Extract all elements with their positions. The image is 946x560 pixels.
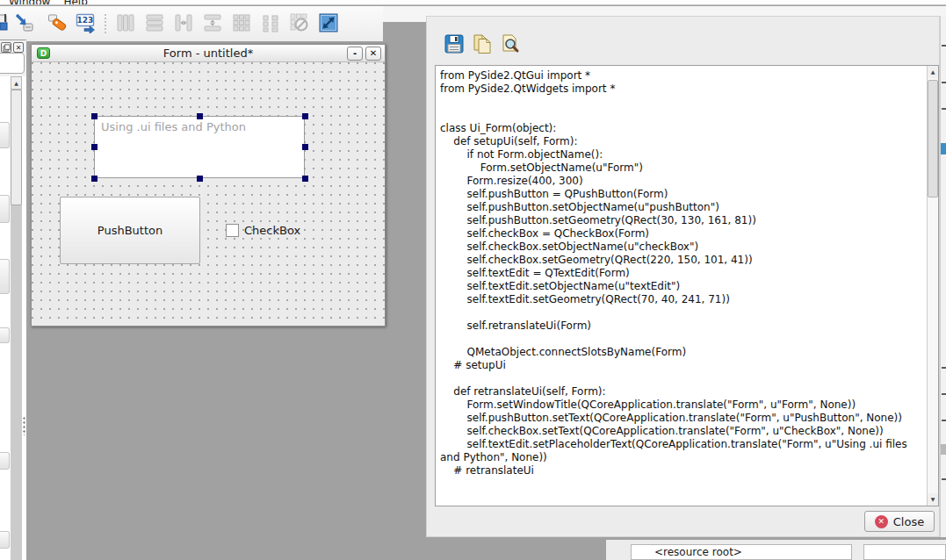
selection-handle-mid-right[interactable] <box>302 144 308 150</box>
form-minimize-button[interactable]: - <box>347 47 363 61</box>
tree-item-fragment[interactable] <box>941 444 946 455</box>
widget-box-category[interactable] <box>0 531 10 549</box>
float-icon <box>3 44 11 52</box>
break-layout-icon <box>289 12 310 33</box>
edit-buddies-icon <box>47 12 68 33</box>
edit-signals-slots-button[interactable] <box>12 11 35 34</box>
main-toolbar: 123 <box>0 6 383 41</box>
resource-tree[interactable]: <resource root> <box>631 544 852 560</box>
close-x-icon: ✕ <box>875 515 888 528</box>
resource-preview[interactable] <box>863 544 946 560</box>
menu-bar: Window Help <box>0 0 946 5</box>
form-designer-window: D Form - untitled* - ✕ Using .ui files a… <box>31 44 386 327</box>
menu-help[interactable]: Help <box>63 0 87 5</box>
copy-icon <box>472 33 493 54</box>
tree-item-fragment[interactable] <box>942 367 946 369</box>
edit-tab-order-icon: 123 <box>75 12 96 33</box>
widget-box-category[interactable] <box>0 259 10 294</box>
widget-box-scroll-thumb[interactable] <box>11 90 22 205</box>
save-button[interactable] <box>444 33 466 56</box>
code-preview-dialog: from PySide2.QtGui import * from PySide2… <box>426 16 940 537</box>
lay-out-in-form-layout-button[interactable] <box>259 11 282 34</box>
code-scroll-thumb[interactable] <box>928 80 938 197</box>
layout-form-icon <box>260 12 281 33</box>
form-canvas[interactable]: Using .ui files and Python PushButton Ch… <box>32 62 385 326</box>
selection-handle-bottom-left[interactable] <box>91 176 97 182</box>
tree-item-fragment[interactable] <box>942 108 946 110</box>
layout-vertical-splitter-icon <box>202 12 223 33</box>
tree-item-fragment[interactable] <box>942 393 946 395</box>
checkbox-widget-label[interactable]: CheckBox <box>244 224 300 237</box>
tree-item-fragment[interactable] <box>942 82 946 83</box>
code-scrollbar[interactable]: ▲ ▼ <box>927 66 938 506</box>
widget-box-category[interactable] <box>0 327 10 343</box>
code-editor[interactable]: from PySide2.QtGui import * from PySide2… <box>435 65 939 506</box>
splitter-handle[interactable] <box>23 416 25 435</box>
qt-designer-screen: Window Help <box>0 0 946 560</box>
lay-out-horizontally-button[interactable] <box>114 11 137 34</box>
dock-float-button[interactable] <box>1 42 11 53</box>
resource-browser-panel: <resource root> <box>606 540 946 560</box>
form-window-title: Form - untitled* <box>32 47 385 60</box>
widget-box-category[interactable] <box>0 195 10 223</box>
edit-buddies-button[interactable] <box>46 11 69 34</box>
pushbutton-widget[interactable]: PushButton <box>60 197 200 264</box>
save-icon <box>444 33 465 54</box>
dock-close-button[interactable]: ✕ <box>13 42 24 53</box>
right-dock-sliver <box>940 16 946 537</box>
lay-out-vertically-button[interactable] <box>143 11 166 34</box>
toolbar-separator <box>105 14 106 33</box>
lay-out-horizontally-in-splitter-button[interactable] <box>172 11 195 34</box>
widget-box-list: ▲ <box>0 76 26 560</box>
widget-filter-input[interactable] <box>0 53 25 74</box>
find-icon <box>500 33 521 54</box>
scroll-up-icon[interactable]: ▲ <box>11 76 22 90</box>
tree-item-fragment[interactable] <box>942 478 946 480</box>
tree-item-fragment[interactable] <box>942 45 946 47</box>
widget-box-scrollbar[interactable]: ▲ <box>11 76 22 560</box>
break-layout-button[interactable] <box>288 11 311 34</box>
resource-root-label: <resource root> <box>654 546 742 558</box>
selection-handle-top-mid[interactable] <box>197 113 203 119</box>
widget-box-category[interactable] <box>0 452 10 470</box>
adjust-size-button[interactable] <box>317 11 340 34</box>
scroll-down-icon[interactable]: ▼ <box>928 493 938 506</box>
layout-vertical-icon <box>144 12 165 33</box>
adjust-size-icon <box>318 12 339 33</box>
lay-out-in-grid-button[interactable] <box>230 11 253 34</box>
selection-handle-bottom-right[interactable] <box>302 176 308 182</box>
generated-code-text[interactable]: from PySide2.QtGui import * from PySide2… <box>440 69 922 504</box>
selection-handle-mid-left[interactable] <box>91 144 97 150</box>
tree-item-fragment[interactable] <box>942 420 946 421</box>
layout-horizontal-icon <box>115 12 136 33</box>
tree-item-selected[interactable] <box>941 143 946 154</box>
menu-window[interactable]: Window <box>9 0 50 5</box>
close-button-label: Close <box>893 515 924 528</box>
form-window-titlebar[interactable]: D Form - untitled* - ✕ <box>32 45 385 62</box>
scroll-up-icon[interactable]: ▲ <box>928 66 938 78</box>
textedit-widget[interactable]: Using .ui files and Python <box>94 116 305 178</box>
layout-grid-icon <box>231 12 252 33</box>
find-button[interactable] <box>500 33 523 56</box>
edit-tab-order-button[interactable]: 123 <box>74 11 97 34</box>
edit-signals-slots-icon <box>13 12 34 33</box>
layout-horizontal-splitter-icon <box>173 12 194 33</box>
selection-handle-bottom-mid[interactable] <box>197 176 203 182</box>
widget-box-panel: ✕ ▲ <box>0 39 26 560</box>
copy-button[interactable] <box>472 33 495 56</box>
selection-handle-top-right[interactable] <box>302 113 308 119</box>
widget-box-category[interactable] <box>0 122 10 148</box>
checkbox-widget-box[interactable] <box>226 224 239 237</box>
form-close-button[interactable]: ✕ <box>365 47 381 61</box>
close-button[interactable]: ✕ Close <box>864 511 935 532</box>
edit-widgets-icon <box>0 12 10 33</box>
svg-text:123: 123 <box>77 16 94 25</box>
edit-widgets-button[interactable] <box>0 11 11 34</box>
lay-out-vertically-in-splitter-button[interactable] <box>201 11 224 34</box>
selection-handle-top-left[interactable] <box>91 113 97 119</box>
